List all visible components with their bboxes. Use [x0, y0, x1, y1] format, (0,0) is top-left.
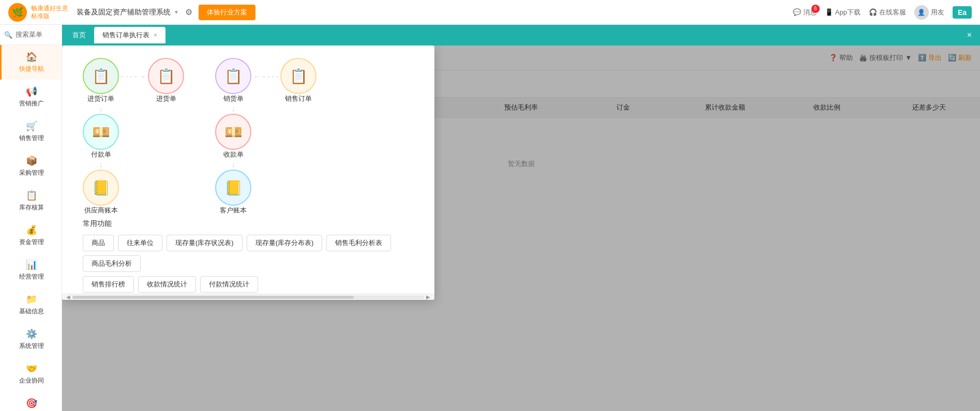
customer-circle: 📒 — [215, 170, 251, 206]
sidebar-item-operation[interactable]: 📊 经营管理 — [0, 253, 62, 287]
online-service-label: 在线客服 — [879, 8, 906, 17]
sidebar-item-newbie[interactable]: 🎯 新手引导 — [0, 391, 62, 411]
trial-button[interactable]: 体验行业方案 — [199, 5, 255, 20]
tab-home[interactable]: 首页 — [64, 27, 94, 43]
system-title: 装备及固定资产辅助管理系统 ▼ — [77, 8, 179, 17]
sidebar-item-collab[interactable]: 🤝 企业协同 — [0, 357, 62, 391]
marketing-icon: 📢 — [26, 86, 37, 97]
tab-sales-order-label: 销售订单执行表 — [102, 31, 149, 40]
function-buttons-row2: 销售排行榜 收款情况统计 付款情况统计 — [83, 276, 414, 293]
sales-order-label: 销售订单 — [285, 94, 312, 103]
tab-home-label: 首页 — [72, 31, 86, 40]
func-sales-gross[interactable]: 销售毛利分析表 — [326, 235, 391, 251]
window-close-button[interactable]: × — [961, 31, 978, 40]
modal-overlay[interactable]: 📋 进货订单 ↓ 💴 付款单 — [62, 45, 980, 411]
arrow-1: - - - - → — [119, 58, 148, 81]
dropdown-arrow-icon[interactable]: ▼ — [174, 9, 179, 15]
message-badge: 6 — [811, 5, 820, 13]
app-download-button[interactable]: 📱 App下载 — [825, 8, 861, 17]
headset-icon: 🎧 — [869, 8, 877, 16]
sidebar-label-quick: 快捷导航 — [19, 65, 44, 73]
func-stock-dist[interactable]: 现存量(库存分布表) — [247, 235, 323, 251]
user-menu[interactable]: 👤 用友 — [914, 5, 944, 20]
sidebar-label-sales: 销售管理 — [19, 134, 44, 143]
sidebar-item-finance[interactable]: 💰 资金管理 — [0, 218, 62, 253]
avatar: 👤 — [914, 5, 929, 20]
purchase-circle: 📋 — [148, 58, 184, 94]
purchase-icon: 📦 — [26, 155, 37, 166]
customer-label: 客户账本 — [220, 206, 247, 215]
func-partners[interactable]: 往来单位 — [118, 235, 162, 251]
collab-icon: 🤝 — [26, 363, 37, 374]
sidebar-item-inventory[interactable]: 📋 库存核算 — [0, 184, 62, 218]
center-right-column: 📋 销货单 ↓ 💴 收款单 — [215, 58, 251, 215]
func-receipt-stats[interactable]: 收款情况统计 — [138, 276, 196, 293]
receipt-label: 收款单 — [223, 150, 244, 159]
down-arrow-4: ↓ — [232, 160, 235, 169]
top-bar: 🌿 畅康通好生意 标准版 装备及固定资产辅助管理系统 ▼ ⚙ 体验行业方案 💬 … — [0, 0, 980, 25]
func-goods[interactable]: 商品 — [83, 235, 114, 251]
payment-node: 💴 付款单 — [83, 114, 119, 159]
sidebar-label-basic: 基础信息 — [19, 307, 44, 316]
common-functions-title: 常用功能 — [83, 219, 414, 229]
supplier-node: 📒 供应商账本 — [83, 170, 119, 215]
logo-area: 🌿 畅康通好生意 标准版 — [8, 3, 70, 22]
content-area: 首页 销售订单执行表 × × ❓ 帮助 🖨️ — [62, 25, 980, 411]
ea-badge[interactable]: Ea — [953, 6, 972, 19]
sales-order-node: 📋 销售订单 — [280, 58, 316, 103]
flow-diagram: 📋 进货订单 ↓ 💴 付款单 — [83, 58, 414, 215]
home-icon: 🏠 — [26, 51, 37, 63]
payment-label: 付款单 — [91, 150, 111, 159]
tab-close-icon[interactable]: × — [154, 32, 157, 39]
modal-content: 📋 进货订单 ↓ 💴 付款单 — [62, 45, 434, 294]
func-stock-status[interactable]: 现存量(库存状况表) — [167, 235, 243, 251]
func-sales-rank[interactable]: 销售排行榜 — [83, 276, 134, 293]
system-title-text: 装备及固定资产辅助管理系统 — [77, 8, 171, 17]
search-label: 搜索菜单 — [16, 30, 42, 39]
sidebar-item-marketing[interactable]: 📢 营销推广 — [0, 80, 62, 114]
func-payment-stats[interactable]: 付款情况统计 — [200, 276, 258, 293]
left-column: 📋 进货订单 ↓ 💴 付款单 — [83, 58, 119, 215]
customer-node: 📒 客户账本 — [215, 170, 251, 215]
scroll-left-icon[interactable]: ◀ — [64, 294, 72, 300]
scroll-right-icon[interactable]: ▶ — [424, 294, 432, 300]
tab-sales-order[interactable]: 销售订单执行表 × — [94, 27, 165, 43]
sales-order-circle: 📋 — [280, 58, 316, 94]
sidebar-item-basic[interactable]: 📁 基础信息 — [0, 287, 62, 322]
supplier-label: 供应商账本 — [84, 206, 118, 215]
sidebar: 🔍 搜索菜单 🏠 快捷导航 📢 营销推广 🛒 销售管理 📦 采购管理 📋 — [0, 25, 62, 411]
sidebar-item-sales[interactable]: 🛒 销售管理 — [0, 114, 62, 149]
purchase-order-label: 进货订单 — [87, 94, 114, 103]
sidebar-item-purchase[interactable]: 📦 采购管理 — [0, 149, 62, 184]
down-arrow-2: ↓ — [99, 160, 103, 169]
quick-guide-modal: 📋 进货订单 ↓ 💴 付款单 — [62, 45, 434, 300]
settings-icon[interactable]: ⚙ — [185, 7, 192, 17]
sidebar-item-quick[interactable]: 🏠 快捷导航 — [0, 45, 62, 80]
user-name: 用友 — [931, 8, 944, 17]
message-button[interactable]: 💬 消息 6 — [793, 8, 817, 17]
main-layout: 🔍 搜索菜单 🏠 快捷导航 📢 营销推广 🛒 销售管理 📦 采购管理 📋 — [0, 25, 980, 411]
supplier-circle: 📒 — [83, 170, 119, 206]
common-functions: 常用功能 商品 往来单位 现存量(库存状况表) 现存量(库存分布表) 销售毛利分… — [83, 219, 414, 293]
app-download-icon: 📱 — [825, 8, 833, 16]
operation-icon: 📊 — [26, 259, 37, 270]
payment-circle: 💴 — [83, 114, 119, 150]
func-goods-gross[interactable]: 商品毛利分析 — [83, 255, 141, 272]
online-service-button[interactable]: 🎧 在线客服 — [869, 8, 906, 17]
purchase-order-circle: 📋 — [83, 58, 119, 94]
function-buttons: 商品 往来单位 现存量(库存状况表) 现存量(库存分布表) 销售毛利分析表 商品… — [83, 235, 414, 272]
sales-circle: 📋 — [215, 58, 251, 94]
newbie-icon: 🎯 — [26, 398, 37, 409]
purchase-node: 📋 进货单 — [148, 58, 184, 103]
sidebar-label-finance: 资金管理 — [19, 238, 44, 247]
sidebar-search[interactable]: 🔍 搜索菜单 — [0, 25, 62, 45]
sidebar-label-marketing: 营销推广 — [19, 99, 44, 108]
logo-line2: 标准版 — [31, 12, 68, 20]
sidebar-item-system[interactable]: ⚙️ 系统管理 — [0, 322, 62, 357]
finance-icon: 💰 — [26, 224, 37, 236]
inventory-icon: 📋 — [26, 190, 37, 201]
top-bar-right: 💬 消息 6 📱 App下载 🎧 在线客服 👤 用友 Ea — [793, 5, 972, 20]
sales-node: 📋 销货单 — [215, 58, 251, 103]
purchase-label: 进货单 — [156, 94, 176, 103]
arrow-2: ← - - - - — [251, 58, 280, 81]
